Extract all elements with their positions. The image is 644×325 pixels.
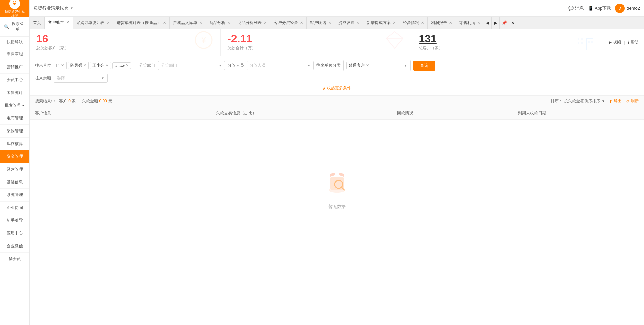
tab-scroll-right[interactable]: ▶ [492, 17, 500, 29]
sidebar-item-wechat[interactable]: 企业微信 [0, 240, 29, 253]
help-button[interactable]: ℹ 帮助 [628, 39, 639, 45]
close-icon[interactable]: ✕ [227, 21, 230, 25]
tab-commission-settings[interactable]: 提成设置 ✕ [335, 17, 363, 29]
svg-rect-11 [591, 41, 593, 43]
sidebar-item-ecommerce[interactable]: 电商管理 [0, 112, 29, 125]
sort-selector[interactable]: 排序： 按欠款金额倒序排序 ▼ [551, 98, 605, 104]
close-icon[interactable]: ✕ [66, 20, 69, 25]
stat-card-total-customers: 131 总客户（家） [412, 29, 603, 56]
sidebar-item-purchase[interactable]: 采购管理 [0, 125, 29, 138]
tab-home[interactable]: 首页 [30, 17, 45, 29]
tab-label: 客户联络 [310, 20, 326, 26]
sidebar-item-label: 零售统计 [7, 90, 23, 95]
svg-rect-6 [578, 38, 579, 40]
col-customer-info: 客户信息 [35, 110, 216, 116]
close-icon[interactable]: ✕ [328, 21, 331, 25]
unit-tags-container: 伍 ✕ 陈民强 ✕ 王小亮 ✕ cjttcw ✕ [54, 62, 136, 69]
svg-text:¥: ¥ [201, 35, 206, 44]
video-label: 视频 [613, 39, 621, 45]
tab-customer-contact[interactable]: 客户联络 ✕ [307, 17, 335, 29]
close-icon[interactable]: ✕ [300, 21, 303, 25]
sort-value: 按欠款金额倒序排序 [564, 98, 600, 104]
tab-finished-goods[interactable]: 产成品入库单 ✕ [170, 17, 206, 29]
sidebar-item-operations[interactable]: 经营管理 [0, 163, 29, 176]
filter-area: 往来单位 伍 ✕ 陈民强 ✕ 王小亮 ✕ [30, 56, 644, 96]
tab-business-status[interactable]: 经营情况 ✕ [399, 17, 428, 29]
close-icon[interactable]: ✕ [106, 21, 110, 25]
tab-customer-layer[interactable]: 客户分层经营 ✕ [270, 17, 307, 29]
app-download-button[interactable]: 📱 App下载 [588, 5, 611, 11]
search-menu-button[interactable]: 🔍 搜索菜单 [3, 20, 27, 34]
sidebar-item-inventory[interactable]: 库存核算 [0, 138, 29, 150]
tab-goods-in-stats[interactable]: 进货单统计表（按商品） ✕ [113, 17, 170, 29]
close-icon[interactable]: ✕ [366, 63, 369, 68]
video-help-button[interactable]: ▶ 视频 [609, 39, 621, 45]
tab-goods-analysis[interactable]: 商品分析 ✕ [206, 17, 234, 29]
account-selector[interactable]: 母婴行业演示帐套 ▼ [34, 5, 73, 11]
tab-retail-profit[interactable]: 零售利润 ✕ [456, 17, 484, 29]
unit-tag-chen: 陈民强 ✕ [68, 62, 89, 69]
sidebar-item-enterprise-collab[interactable]: 企业协同 [0, 202, 29, 214]
more-tags-button[interactable]: ··· [132, 63, 136, 68]
tab-scroll-left[interactable]: ◀ [484, 17, 492, 29]
tab-goods-analysis-list[interactable]: 商品分析列表 ✕ [234, 17, 270, 29]
quick-nav-button[interactable]: 快捷导航 [0, 37, 29, 48]
svg-rect-10 [588, 41, 590, 43]
sidebar-item-marketing[interactable]: 营销推广 [0, 61, 29, 74]
sidebar-item-member2[interactable]: 畅会员 [0, 253, 29, 265]
query-button[interactable]: 查询 [413, 61, 435, 71]
balance-selector[interactable]: 选择... ▼ [54, 74, 108, 83]
refresh-button[interactable]: ↻ 刷新 [626, 98, 639, 104]
stat-info: 16 总欠款客户（家） [36, 33, 69, 51]
sidebar-item-retail-stats[interactable]: 零售统计 [0, 86, 29, 99]
sidebar-item-wholesale[interactable]: 批发管理 ▼ [0, 99, 29, 112]
close-icon[interactable]: ✕ [477, 21, 480, 25]
message-button[interactable]: 💬 消息 [568, 5, 584, 11]
close-icon[interactable]: ✕ [61, 63, 64, 68]
close-icon[interactable]: ✕ [163, 21, 166, 25]
sidebar-item-beginner[interactable]: 新手引导 [0, 214, 29, 227]
sidebar-item-label: 会员中心 [7, 77, 23, 82]
close-icon[interactable]: ✕ [421, 21, 424, 25]
close-icon[interactable]: ✕ [264, 21, 267, 25]
result-amount-unit: 元 [108, 99, 112, 103]
close-icon[interactable]: ✕ [199, 21, 202, 25]
sidebar-item-member[interactable]: 会员中心 [0, 74, 29, 86]
close-icon[interactable]: ✕ [356, 21, 359, 25]
close-icon[interactable]: ✕ [393, 21, 396, 25]
sidebar-item-basic-info[interactable]: 基础信息 [0, 176, 29, 189]
tab-label: 提成设置 [338, 20, 354, 26]
sidebar-item-app-center[interactable]: 应用中心 [0, 227, 29, 240]
sidebar-item-finance[interactable]: 资金管理 [0, 150, 29, 163]
sidebar-item-system[interactable]: 系统管理 [0, 189, 29, 202]
tab-profit-report[interactable]: 利润报告 ✕ [428, 17, 456, 29]
close-icon[interactable]: ✕ [83, 63, 86, 68]
sidebar-item-retail-mall[interactable]: 零售商城 [0, 48, 29, 61]
collapse-button[interactable]: ∧ 收起更多条件 [323, 85, 351, 91]
tab-customer-ledger[interactable]: 客户账本 ✕ [45, 17, 73, 29]
unit-type-selector[interactable]: 普通客户 ✕ ▼ [343, 60, 411, 71]
coins-bg-icon: ¥ [194, 30, 214, 55]
message-label: 消息 [575, 5, 584, 11]
result-prefix: 搜索结果中，客户 [35, 99, 67, 103]
export-button[interactable]: ⬆ 导出 [609, 98, 622, 104]
close-icon[interactable]: ✕ [105, 63, 109, 68]
close-icon[interactable]: ✕ [126, 63, 129, 68]
top-bar-right: 💬 消息 📱 App下载 D demo2 [568, 4, 640, 13]
tab-close-all[interactable]: ✕ [509, 17, 517, 29]
person-selector[interactable]: 分管人员 ··· ▼ [247, 61, 314, 70]
filter-row-2: 往来余额 选择... ▼ [35, 74, 639, 83]
quick-nav-label: 快捷导航 [7, 39, 23, 45]
close-icon[interactable]: ✕ [449, 21, 452, 25]
result-amount-prefix: 欠款金额 [82, 99, 98, 103]
stat-label: 总客户（家） [419, 45, 443, 51]
user-profile[interactable]: D demo2 [615, 4, 640, 13]
tab-purchase-order-stats[interactable]: 采购订单统计表 ✕ [73, 17, 113, 29]
tab-label: 利润报告 [431, 20, 447, 26]
tab-add-commission[interactable]: 新增提成方案 ✕ [363, 17, 399, 29]
refresh-icon: ↻ [626, 99, 629, 104]
stat-card-customer-count: ¥ 16 总欠款客户（家） [30, 29, 221, 56]
tab-label: 新增提成方案 [367, 20, 391, 26]
tab-pin-button[interactable]: 📌 [500, 17, 509, 29]
dept-selector[interactable]: 分管部门 ··· ▼ [158, 61, 225, 70]
